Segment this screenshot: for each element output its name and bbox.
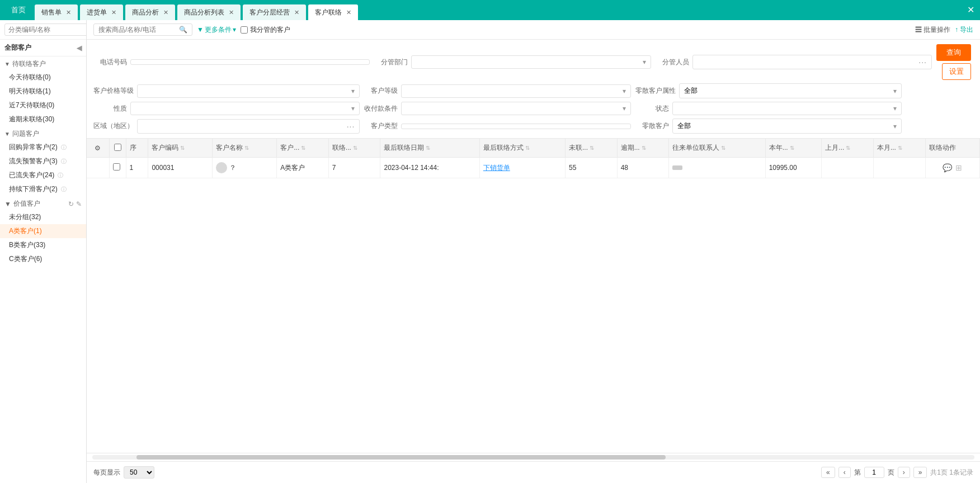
next-page-btn[interactable]: › <box>898 467 910 478</box>
phone-input[interactable] <box>130 59 370 65</box>
chat-action-icon[interactable]: 💬 <box>943 163 952 172</box>
select-all-checkbox[interactable] <box>114 144 121 151</box>
sidebar-search-input[interactable] <box>4 23 87 36</box>
sidebar-item-tomorrow[interactable]: 明天待联络(1) <box>0 84 86 98</box>
sidebar-item-decline[interactable]: 持续下滑客户(2) ⓘ <box>0 182 86 196</box>
status-input[interactable]: ▾ <box>672 102 902 115</box>
close-all-icon[interactable]: ✕ <box>967 4 974 15</box>
sidebar: 🔍 全部客户 ◀ ▼ 待联络客户 今天待联络(0) 明天待联络(1) 近7天待联… <box>0 20 87 483</box>
nav-tab-3[interactable]: 商品分析列表 ✕ <box>177 4 241 20</box>
sidebar-item-b-class[interactable]: B类客户(33) <box>0 238 86 252</box>
nav-tab-close-5[interactable]: ✕ <box>345 9 352 16</box>
sidebar-collapse-icon[interactable]: ◀ <box>77 44 82 52</box>
nav-tab-close-1[interactable]: ✕ <box>110 9 117 16</box>
per-page-select[interactable]: 50 20 100 <box>124 466 154 479</box>
td-last-method[interactable]: 下销货单 <box>479 158 565 178</box>
filter-dept: 分管部门 ▾ <box>374 55 651 69</box>
scrollbar-thumb[interactable] <box>136 455 666 460</box>
all-customers-label: 全部客户 <box>4 43 31 53</box>
sidebar-item-a-class[interactable]: A类客户(1) <box>0 224 86 238</box>
price-level-input[interactable]: ▾ <box>137 84 360 98</box>
th-last-method[interactable]: 最后联络方式⇅ <box>479 139 565 158</box>
sidebar-item-churned[interactable]: 已流失客户(24) ⓘ <box>0 168 86 182</box>
pay-input[interactable]: ▾ <box>401 102 630 115</box>
retail-2-label: 零散客户 <box>635 121 669 131</box>
batch-ops-btn[interactable]: ☰ 批量操作 <box>915 25 950 35</box>
td-overdue: 48 <box>617 158 669 178</box>
sidebar-item-ungroup[interactable]: 未分组(32) <box>0 210 86 224</box>
th-this-year[interactable]: 本年...⇅ <box>765 139 822 158</box>
qr-action-icon[interactable]: ⊞ <box>955 163 962 172</box>
query-button[interactable]: 查询 <box>936 44 971 61</box>
export-btn[interactable]: ↑ 导出 <box>955 25 973 35</box>
th-name[interactable]: 客户名称⇅ <box>213 139 277 158</box>
filter-icon: ▼ <box>197 26 204 34</box>
cust-level-input[interactable]: ▾ <box>401 84 630 98</box>
nature-input[interactable]: ▾ <box>130 102 360 115</box>
table-scroll[interactable]: ⚙ 序 客户编码⇅ 客户名称⇅ 客户...⇅ 联络...⇅ 最后联络日期⇅ 最后… <box>87 139 980 453</box>
td-code: 000031 <box>148 158 213 178</box>
th-check <box>109 139 126 158</box>
first-page-btn[interactable]: « <box>821 467 835 478</box>
filter-row-4: 区域（地区） ··· 客户类型 零散客户 全部▾ <box>93 119 973 134</box>
nav-tab-2[interactable]: 商品分析 ✕ <box>125 4 175 20</box>
problem-section-title[interactable]: ▼ 问题客户 <box>0 126 86 140</box>
retail-2-input[interactable]: 全部▾ <box>672 119 902 134</box>
sidebar-item-7days[interactable]: 近7天待联络(0) <box>0 98 86 112</box>
row-checkbox[interactable] <box>113 163 120 171</box>
cust-type-input[interactable] <box>401 124 630 129</box>
th-code[interactable]: 客户编码⇅ <box>148 139 213 158</box>
sidebar-item-c-class[interactable]: C类客户(6) <box>0 252 86 266</box>
nav-tab-close-2[interactable]: ✕ <box>162 9 169 16</box>
page-number-input[interactable] <box>864 467 884 478</box>
td-level: A类客户 <box>277 158 329 178</box>
nav-tab-4[interactable]: 客户分层经营 ✕ <box>243 4 306 20</box>
nav-home[interactable]: 首页 <box>4 5 32 15</box>
person-input[interactable]: ··· <box>692 55 932 69</box>
pending-section-title[interactable]: ▼ 待联络客户 <box>0 56 86 70</box>
th-unit-contact[interactable]: 往来单位联系人⇅ <box>669 139 765 158</box>
value-edit-icon[interactable]: ✎ <box>76 200 82 208</box>
filter-more-btn[interactable]: ▼ 更多条件 ▾ <box>197 25 236 35</box>
value-section-label: 价值客户 <box>13 199 40 209</box>
my-customers-check-input[interactable] <box>241 26 248 34</box>
sidebar-item-overdue[interactable]: 逾期未联络(30) <box>0 112 86 126</box>
my-customers-checkbox[interactable]: 我分管的客户 <box>241 25 290 35</box>
th-contact[interactable]: 联络...⇅ <box>328 139 380 158</box>
region-input[interactable]: ··· <box>137 119 360 134</box>
filter-cust-type: 客户类型 <box>364 121 630 131</box>
nav-tab-5[interactable]: 客户联络 ✕ <box>308 4 358 20</box>
th-last-month[interactable]: 上月...⇅ <box>822 139 874 158</box>
filter-search-input[interactable] <box>98 26 177 34</box>
filter-pay: 收付款条件 ▾ <box>364 102 630 115</box>
th-no-contact[interactable]: 未联...⇅ <box>566 139 618 158</box>
cust-type-label: 客户类型 <box>364 121 398 131</box>
th-gear[interactable]: ⚙ <box>87 139 109 158</box>
setting-button[interactable]: 设置 <box>942 63 971 80</box>
filter-search-icon[interactable]: 🔍 <box>179 26 187 34</box>
problem-arrow-icon: ▼ <box>4 131 10 137</box>
dept-input[interactable]: ▾ <box>411 55 651 69</box>
th-last-date[interactable]: 最后联络日期⇅ <box>380 139 479 158</box>
value-refresh-icon[interactable]: ↻ <box>68 200 74 208</box>
retail-attr-input[interactable]: 全部▾ <box>679 83 902 98</box>
nav-tab-close-0[interactable]: ✕ <box>65 9 72 16</box>
nature-label: 性质 <box>93 104 127 113</box>
sidebar-item-churn-warn[interactable]: 流失预警客户(3) ⓘ <box>0 154 86 168</box>
prev-page-btn[interactable]: ‹ <box>838 467 851 478</box>
th-level[interactable]: 客户...⇅ <box>277 139 329 158</box>
filter-form: 电话号码 分管部门 ▾ 分管人员 ··· 查询 设置 <box>87 40 980 139</box>
th-overdue[interactable]: 逾期...⇅ <box>617 139 669 158</box>
nav-tab-close-3[interactable]: ✕ <box>228 9 235 16</box>
total-info: 共1页 1条记录 <box>930 468 973 477</box>
sidebar-item-rebuy[interactable]: 回购异常客户(2) ⓘ <box>0 140 86 154</box>
info-icon-decline: ⓘ <box>61 186 67 193</box>
table-row: 1 000031 ？ A类客户 7 2023-04-12 14:44: <box>87 158 980 178</box>
nav-tab-1[interactable]: 进货单 ✕ <box>80 4 123 20</box>
nav-tab-0[interactable]: 销售单 ✕ <box>35 4 78 20</box>
last-page-btn[interactable]: » <box>913 467 927 478</box>
sidebar-item-today[interactable]: 今天待联络(0) <box>0 70 86 84</box>
td-no: 1 <box>126 158 148 178</box>
nav-tab-close-4[interactable]: ✕ <box>293 9 300 16</box>
th-this-month[interactable]: 本月...⇅ <box>873 139 925 158</box>
